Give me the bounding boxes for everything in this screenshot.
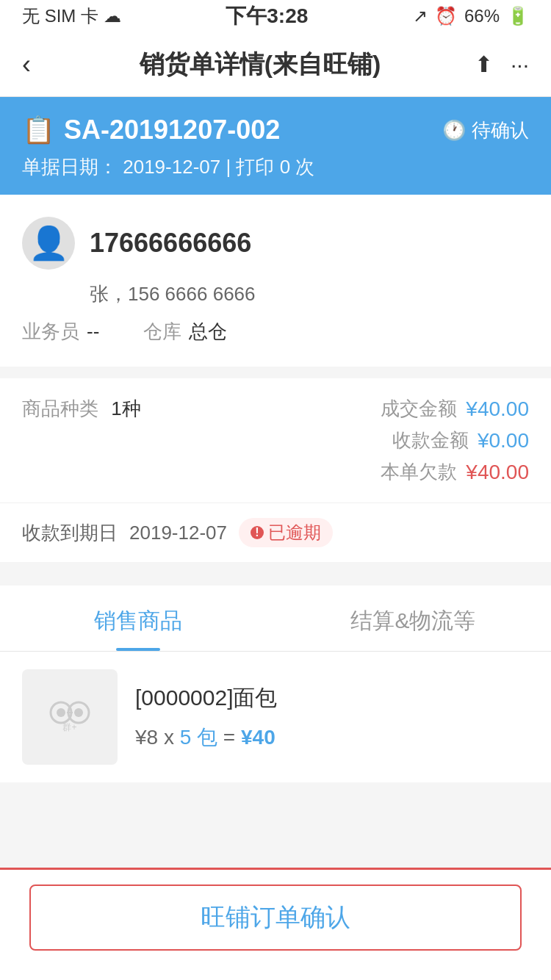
warehouse-item: 仓库 总仓 (143, 319, 227, 345)
tab-sales-goods[interactable]: 销售商品 (0, 586, 276, 651)
carrier-text: 无 SIM 卡 ☁ (22, 4, 121, 28)
customer-section: 👤 17666666666 张，156 6666 6666 业务员 -- 仓库 … (0, 195, 551, 367)
owed-label: 本单欠款 (381, 459, 457, 485)
thumb-logo: 群+ (33, 695, 107, 739)
confirm-order-button[interactable]: 旺铺订单确认 (29, 884, 522, 951)
confirm-btn-area: 旺铺订单确认 (0, 868, 551, 980)
collected-row: 收款金额 ¥0.00 (392, 428, 529, 453)
due-date-label: 收款到期日 (22, 520, 118, 546)
collected-label: 收款金额 (392, 428, 469, 453)
alarm-icon: ⏰ (435, 6, 457, 26)
price-equals: = (223, 726, 241, 749)
goods-type-label: 商品种类 (22, 397, 98, 419)
deal-amount-value: ¥40.00 (466, 397, 529, 421)
customer-phone: 17666666666 (90, 228, 251, 259)
product-price: ¥8 x 5 包 = ¥40 (135, 724, 529, 752)
date-label: 单据日期： (22, 156, 118, 178)
order-status: 🕐 待确认 (442, 118, 529, 143)
avatar-icon: 👤 (29, 224, 69, 262)
status-time: 下午3:28 (226, 2, 308, 30)
divider-2 (0, 562, 551, 574)
deal-amount-label: 成交金额 (381, 396, 457, 422)
product-qty: 5 (180, 726, 192, 749)
order-id-text: SA-20191207-002 (64, 115, 280, 145)
goods-type-value: 1种 (111, 397, 140, 419)
product-info: [0000002]面包 ¥8 x 5 包 = ¥40 (135, 683, 529, 752)
tab-settlement[interactable]: 结算&物流等 (276, 586, 551, 651)
location-icon: ↗ (413, 6, 428, 26)
due-date-value: 2019-12-07 (129, 522, 227, 544)
order-id: 📋 SA-20191207-002 (22, 115, 280, 145)
svg-point-3 (74, 708, 83, 717)
product-item: 群+ [0000002]面包 ¥8 x 5 包 = ¥40 (22, 669, 529, 765)
tabs-section: 销售商品 结算&物流等 (0, 586, 551, 652)
amounts: 成交金额 ¥40.00 收款金额 ¥0.00 本单欠款 ¥40.00 (381, 396, 529, 485)
overdue-dot-icon: ! (251, 526, 264, 539)
overdue-badge: ! 已逾期 (239, 518, 333, 547)
order-id-row: 📋 SA-20191207-002 🕐 待确认 (22, 115, 529, 145)
thumb-logo-eyes: 群+ (40, 692, 99, 743)
order-header: 📋 SA-20191207-002 🕐 待确认 单据日期： 2019-12-07… (0, 97, 551, 195)
overdue-text: 已逾期 (268, 521, 321, 544)
avatar: 👤 (22, 217, 75, 270)
customer-name: 张，156 6666 6666 (22, 281, 529, 307)
divider-1 (0, 367, 551, 378)
page-title: 销货单详情(来自旺铺) (46, 48, 475, 82)
customer-row: 👤 17666666666 (22, 217, 529, 270)
order-icon: 📋 (22, 115, 55, 145)
svg-text:群+: 群+ (62, 722, 76, 732)
share-icon[interactable]: ⬆ (475, 51, 493, 77)
product-total: ¥40 (241, 726, 276, 749)
warehouse-value: 总仓 (189, 319, 227, 345)
print-info: | 打印 0 次 (226, 156, 314, 178)
more-icon[interactable]: ··· (511, 52, 529, 77)
customer-meta: 业务员 -- 仓库 总仓 (22, 319, 529, 345)
nav-bar: ‹ 销货单详情(来自旺铺) ⬆ ··· (0, 32, 551, 97)
collected-value: ¥0.00 (478, 429, 529, 453)
owed-value: ¥40.00 (466, 461, 529, 484)
product-name: [0000002]面包 (135, 683, 529, 713)
battery-text: 66% (464, 6, 500, 26)
status-bar: 无 SIM 卡 ☁ 下午3:28 ↗ ⏰ 66% 🔋 (0, 0, 551, 32)
owed-row: 本单欠款 ¥40.00 (381, 459, 529, 485)
clock-icon: 🕐 (442, 119, 466, 142)
nav-actions: ⬆ ··· (475, 51, 529, 77)
salesperson-label: 业务员 (22, 319, 79, 345)
order-date: 2019-12-07 (123, 156, 220, 178)
salesperson-item: 业务员 -- (22, 319, 99, 345)
warehouse-label: 仓库 (143, 319, 181, 345)
tab-settlement-label: 结算&物流等 (350, 608, 475, 633)
product-unit: 包 (197, 726, 217, 749)
goods-type: 商品种类 1种 (22, 396, 141, 422)
svg-point-2 (57, 708, 65, 717)
status-left: 无 SIM 卡 ☁ (22, 4, 121, 28)
deal-amount-row: 成交金额 ¥40.00 (381, 396, 529, 422)
back-button[interactable]: ‹ (22, 49, 31, 80)
products-section: 群+ [0000002]面包 ¥8 x 5 包 = ¥40 (0, 652, 551, 782)
price-per-unit: ¥8 (135, 726, 158, 749)
product-thumbnail: 群+ (22, 669, 118, 765)
due-section: 收款到期日 2019-12-07 ! 已逾期 (0, 502, 551, 562)
status-right: ↗ ⏰ 66% 🔋 (413, 6, 529, 26)
salesperson-value: -- (87, 320, 99, 343)
tab-sales-label: 销售商品 (94, 608, 182, 633)
price-multiply: x (164, 726, 180, 749)
summary-section: 商品种类 1种 成交金额 ¥40.00 收款金额 ¥0.00 本单欠款 ¥40.… (0, 378, 551, 502)
order-status-text: 待确认 (472, 118, 529, 143)
order-date-row: 单据日期： 2019-12-07 | 打印 0 次 (22, 154, 529, 180)
battery-icon: 🔋 (507, 6, 529, 26)
summary-row: 商品种类 1种 成交金额 ¥40.00 收款金额 ¥0.00 本单欠款 ¥40.… (22, 396, 529, 485)
tabs-row: 销售商品 结算&物流等 (0, 586, 551, 651)
